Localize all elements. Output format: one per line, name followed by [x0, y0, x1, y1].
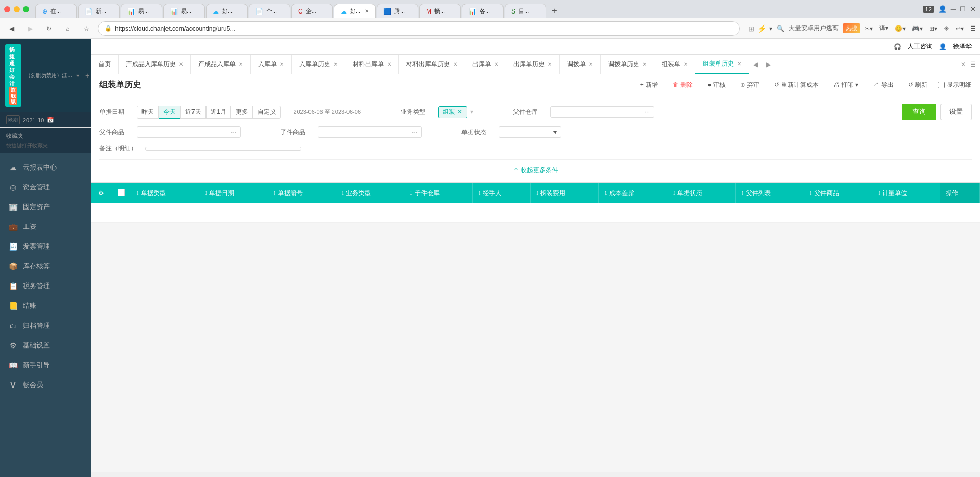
col-biz-type[interactable]: ↕ 业务类型 [336, 183, 404, 203]
close-tab-in-history[interactable]: ✕ [333, 61, 338, 67]
col-bill-type[interactable]: ↕ 单据类型 [131, 183, 199, 203]
add-button[interactable]: + 新增 [636, 79, 662, 92]
topnav-prod-in[interactable]: 产成品入库单 ✕ [191, 55, 251, 74]
close-tab-assembly[interactable]: ✕ [684, 61, 688, 67]
date-btn-1month[interactable]: 近1月 [206, 106, 231, 119]
date-btn-custom[interactable]: 自定义 [253, 106, 281, 119]
restore-icon[interactable]: ☐ [960, 5, 966, 13]
company-select[interactable]: （勿删勿禁用）江西服宝测试专用 [25, 72, 72, 79]
add-company-icon[interactable]: + [85, 71, 89, 80]
col-parent-goods[interactable]: ↕ 父件商品 [804, 183, 872, 203]
browser-tab-11[interactable]: S 目... [505, 4, 546, 18]
sun-icon[interactable]: ☀ [944, 25, 949, 32]
nav-item-fixed-assets[interactable]: 🏢 固定资产 [0, 197, 91, 217]
export-button[interactable]: ↗ 导出 [869, 79, 897, 92]
tab-close-7[interactable]: ✕ [365, 8, 369, 14]
date-btn-today[interactable]: 今天 [159, 106, 180, 119]
scissors-icon[interactable]: ✂▾ [865, 25, 873, 32]
close-all-tabs[interactable]: ✕ [961, 61, 970, 68]
layout-icon[interactable]: ⊞▾ [929, 25, 937, 32]
settings-button[interactable]: 设置 [940, 104, 972, 120]
col-bill-no[interactable]: ↕ 单据编号 [267, 183, 336, 203]
child-goods-input[interactable]: ··· [318, 126, 422, 138]
search-area[interactable]: 🔍 大量安卓用户逃离 热搜 [777, 23, 860, 33]
tabs-menu[interactable]: ☰ [970, 61, 980, 68]
browser-tab-1[interactable]: 📄 新... [78, 4, 120, 18]
notes-input[interactable] [145, 147, 301, 151]
profile-icon[interactable]: 👤 [938, 5, 947, 13]
topnav-assembly[interactable]: 组装单 ✕ [654, 55, 695, 74]
close-tab-transfer-history[interactable]: ✕ [642, 61, 647, 67]
date-btn-more[interactable]: 更多 [231, 106, 253, 119]
parent-warehouse-input[interactable]: ··· [550, 106, 654, 118]
scrollbar-area[interactable] [91, 472, 980, 477]
collapse-button[interactable]: ⌃ 收起更多条件 [513, 166, 558, 175]
grid-icon[interactable]: ⊞ [748, 24, 754, 33]
browser-tab-7[interactable]: ☁ 好... ✕ [334, 4, 376, 18]
more-options-icon[interactable]: ··· [644, 108, 650, 115]
close-tab-in-order[interactable]: ✕ [280, 61, 284, 67]
nav-item-inventory[interactable]: 📦 库存核算 [0, 256, 91, 276]
forward-button[interactable]: ▶ [23, 21, 37, 36]
nav-item-tax[interactable]: 📋 税务管理 [0, 276, 91, 296]
parent-goods-input[interactable]: ··· [137, 126, 241, 138]
close-tab-material-out-history[interactable]: ✕ [453, 61, 457, 67]
home-button[interactable]: ⌂ [60, 21, 75, 36]
remove-business-type[interactable]: ✕ [457, 108, 462, 115]
topnav-out-order[interactable]: 出库单 ✕ [465, 55, 506, 74]
show-detail-toggle[interactable]: 显示明细 [938, 81, 972, 89]
nav-item-archive[interactable]: 🗂 归档管理 [0, 316, 91, 336]
col-bill-status[interactable]: ↕ 单据状态 [667, 183, 735, 203]
audit-button[interactable]: ● 审核 [703, 79, 730, 92]
support-label[interactable]: 人工咨询 [908, 42, 933, 51]
topnav-material-out-history[interactable]: 材料出库单历史 ✕ [399, 55, 465, 74]
topnav-out-history[interactable]: 出库单历史 ✕ [506, 55, 560, 74]
date-btn-yesterday[interactable]: 昨天 [137, 106, 159, 119]
topnav-in-history[interactable]: 入库单历史 ✕ [292, 55, 345, 74]
browser-tab-5[interactable]: 📄 个... [249, 4, 290, 18]
close-tab-out-order[interactable]: ✕ [494, 61, 498, 67]
topnav-home[interactable]: 首页 [91, 55, 119, 74]
browser-tab-4[interactable]: ☁ 好... [206, 4, 248, 18]
col-bill-date[interactable]: ↕ 单据日期 [199, 183, 267, 203]
nav-item-member[interactable]: V 畅会员 [0, 375, 91, 395]
nav-item-closing[interactable]: 📒 结账 [0, 296, 91, 316]
topnav-transfer-history[interactable]: 调拨单历史 ✕ [601, 55, 654, 74]
undo-icon[interactable]: ↩▾ [956, 25, 964, 32]
col-unit[interactable]: ↕ 计量单位 [872, 183, 940, 203]
col-cost-diff[interactable]: ↕ 成本差异 [599, 183, 667, 203]
child-goods-more[interactable]: ··· [412, 128, 417, 136]
nav-item-guide[interactable]: 📖 新手引导 [0, 355, 91, 375]
refresh-button[interactable]: ↺ 刷新 [904, 79, 932, 92]
dropdown-icon[interactable]: ▾ [769, 25, 772, 32]
refresh-button[interactable]: ↻ [42, 21, 56, 36]
nav-scroll-right[interactable]: ▶ [762, 61, 775, 68]
menu-icon[interactable]: ☰ [970, 25, 976, 32]
topnav-assembly-history[interactable]: 组装单历史 ✕ [695, 55, 749, 74]
calendar-icon[interactable]: 📅 [47, 117, 54, 123]
win-maximize[interactable] [23, 6, 29, 12]
win-close[interactable] [4, 6, 10, 12]
browser-tab-2[interactable]: 📊 易... [121, 4, 162, 18]
abandon-button[interactable]: ⊙ 弃审 [736, 79, 764, 92]
browser-tab-8[interactable]: 🟦 腾... [377, 4, 418, 18]
back-button[interactable]: ◀ [4, 21, 19, 36]
browser-tab-3[interactable]: 📊 易... [163, 4, 205, 18]
minimize-icon[interactable]: ─ [951, 5, 956, 13]
nav-scroll-left[interactable]: ◀ [749, 61, 762, 68]
close-tab-prod-in[interactable]: ✕ [239, 61, 243, 67]
parent-goods-more[interactable]: ··· [231, 128, 236, 136]
new-tab-button[interactable]: + [547, 4, 562, 18]
col-child-warehouse[interactable]: ↕ 子件仓库 [404, 183, 472, 203]
translate-icon[interactable]: 译▾ [879, 24, 888, 33]
browser-tab-10[interactable]: 📊 各... [462, 4, 504, 18]
col-settings[interactable]: ⚙ [91, 183, 112, 203]
bookmark-button[interactable]: ☆ [79, 21, 94, 36]
close-tab-prod-in-history[interactable]: ✕ [179, 61, 183, 67]
col-parent-list[interactable]: ↕ 父件列表 [736, 183, 804, 203]
col-checkbox[interactable] [112, 183, 131, 203]
bill-status-select[interactable]: ▾ [499, 126, 561, 138]
date-btn-7days[interactable]: 近7天 [180, 106, 206, 119]
topnav-material-out[interactable]: 材料出库单 ✕ [345, 55, 399, 74]
lightning-icon[interactable]: ⚡ [757, 24, 766, 33]
